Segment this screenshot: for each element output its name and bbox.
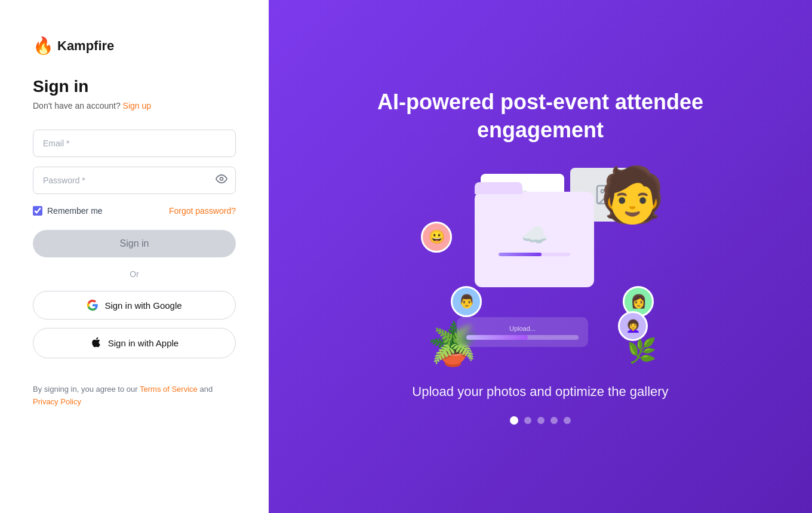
google-btn-label: Sign in with Google (104, 300, 182, 311)
apple-icon (90, 336, 102, 350)
main-folder: ☁️ (475, 192, 594, 287)
upload-progress-bar: Upload... (457, 317, 588, 347)
sign-in-button[interactable]: Sign in (33, 230, 236, 257)
password-input[interactable] (33, 167, 236, 194)
right-panel: AI-powered post-event attendee engagemen… (269, 0, 812, 513)
folder-progress-bar (499, 253, 570, 256)
person-illustration: 🧑 (599, 168, 666, 222)
password-group (33, 167, 236, 194)
apple-signin-button[interactable]: Sign in with Apple (33, 328, 236, 358)
google-signin-button[interactable]: Sign in with Google (33, 291, 236, 320)
dot-5[interactable] (564, 417, 571, 424)
privacy-link[interactable]: Privacy Policy (33, 397, 81, 406)
remember-me-checkbox[interactable] (33, 206, 42, 216)
logo-flame-icon: 🔥 (33, 36, 54, 56)
upload-bar-track (466, 335, 579, 340)
page-title: Sign in (33, 77, 236, 96)
left-panel: 🔥 Kampfire Sign in Don't have an account… (0, 0, 269, 513)
avatar-1: 😀 (421, 222, 452, 253)
google-icon (87, 299, 99, 311)
toggle-password-icon[interactable] (216, 173, 227, 188)
apple-btn-label: Sign in with Apple (108, 338, 179, 348)
options-row: Remember me Forgot password? (33, 206, 236, 216)
terms-text: By signing in, you agree to our Terms of… (33, 383, 236, 408)
email-input-wrapper (33, 130, 236, 157)
right-headline: AI-powered post-event attendee engagemen… (361, 88, 719, 145)
remember-me-label[interactable]: Remember me (33, 206, 103, 216)
upload-label: Upload... (509, 325, 536, 332)
signup-prompt: Don't have an account? Sign up (33, 101, 236, 110)
logo-area: 🔥 Kampfire (33, 36, 236, 56)
dot-3[interactable] (537, 417, 545, 424)
folder-cloud-icon: ☁️ (521, 223, 548, 248)
dot-2[interactable] (524, 417, 531, 424)
arrow-plant-icon: 🌿 (627, 337, 657, 365)
signup-link[interactable]: Sign up (123, 101, 151, 110)
dot-4[interactable] (550, 417, 558, 424)
forgot-password-link[interactable]: Forgot password? (169, 206, 236, 216)
carousel-dots (510, 416, 571, 425)
remember-me-text: Remember me (47, 206, 103, 216)
logo-text: Kampfire (57, 38, 114, 54)
email-group (33, 130, 236, 157)
illustration-area: 🪴 ☁️ uploading... ☁️ Upload... (421, 168, 660, 365)
right-subtitle: Upload your photos and optimize the gall… (412, 384, 668, 400)
svg-point-0 (220, 177, 223, 180)
password-input-wrapper (33, 167, 236, 194)
terms-link[interactable]: Terms of Service (140, 385, 198, 394)
dot-1[interactable] (510, 416, 518, 425)
avatar-3: 👨 (451, 286, 482, 317)
or-divider: Or (33, 269, 236, 279)
email-input[interactable] (33, 130, 236, 157)
